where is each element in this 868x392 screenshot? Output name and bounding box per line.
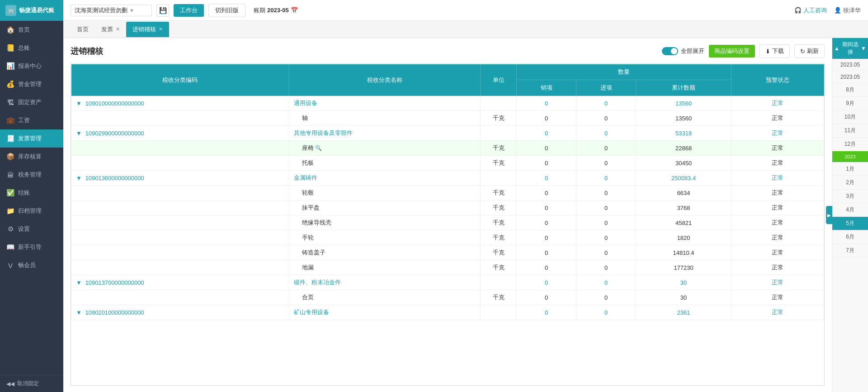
period-item[interactable]: 5月 [832, 217, 868, 230]
cell-warning: 正常 [731, 305, 824, 320]
period-item[interactable]: 7月 [832, 244, 868, 258]
tab-reconcile-close[interactable]: ✕ [159, 26, 163, 32]
sidebar-label-member: 畅会员 [18, 261, 36, 269]
sidebar-label-funds: 资金管理 [18, 80, 42, 88]
expand-icon[interactable]: ▼ [76, 130, 82, 137]
archive-icon: 📁 [6, 207, 14, 215]
period-item[interactable]: 4月 [832, 203, 868, 217]
cell-name: 金属铸件 [289, 171, 481, 186]
product-code-button[interactable]: 商品编码设置 [709, 45, 755, 57]
save-icon[interactable]: 💾 [156, 4, 169, 17]
cell-warning: 正常 [731, 260, 824, 275]
period-item[interactable]: 2023 [832, 151, 868, 163]
collapse-panel-button[interactable]: ▶ [826, 206, 832, 224]
cell-purchase: 0 [576, 201, 636, 215]
cell-code [71, 141, 289, 156]
period-item[interactable]: 11月 [832, 124, 868, 138]
period-item[interactable]: 10月 [832, 110, 868, 124]
header-total: 累计数额 [636, 80, 731, 96]
cell-unit: 千克 [481, 290, 517, 305]
sidebar-item-reports[interactable]: 📊 报表中心 [0, 57, 63, 75]
cell-purchase: 0 [576, 141, 636, 156]
expand-icon[interactable]: ▼ [76, 309, 82, 316]
toggle-control[interactable] [662, 47, 678, 55]
cell-code [71, 215, 289, 230]
cell-code: ▼ 109010000000000000 [71, 96, 289, 111]
cell-unit [481, 96, 517, 111]
expand-toggle[interactable]: 全部展开 [662, 47, 704, 55]
company-name: 沈海英测试经营勿删 [75, 6, 127, 14]
user-menu[interactable]: 👤 徐泽华 [834, 6, 861, 14]
sidebar-item-guide[interactable]: 📖 新手引导 [0, 238, 63, 256]
tab-home[interactable]: 首页 [71, 22, 95, 37]
user-icon: 👤 [834, 7, 841, 14]
tab-reconcile[interactable]: 进销稽核 ✕ [126, 22, 169, 37]
period-item[interactable]: 9月 [832, 97, 868, 110]
header-purchase: 进项 [576, 80, 636, 96]
company-selector[interactable]: 沈海英测试经营勿删 ▼ [71, 5, 152, 16]
sidebar-item-home[interactable]: 🏠 首页 [0, 21, 63, 39]
service-button[interactable]: 🎧 人工咨询 [794, 6, 827, 14]
cell-warning: 正常 [731, 275, 824, 290]
period-item[interactable]: 2月 [832, 176, 868, 190]
period-item[interactable]: 6月 [832, 230, 868, 244]
sidebar-item-salary[interactable]: 💼 工资 [0, 111, 63, 129]
period-item[interactable]: 2023.05 [832, 59, 868, 71]
period-item[interactable]: 8月 [832, 83, 868, 97]
content-area: 进销稽核 全部展开 商品编码设置 ⬇ 下载 ↻ 刷新 [63, 38, 832, 392]
period-item[interactable]: 3月 [832, 190, 868, 203]
download-button[interactable]: ⬇ 下载 [760, 44, 790, 58]
expand-icon[interactable]: ▼ [76, 279, 82, 286]
sidebar-item-inventory[interactable]: 📦 库存核算 [0, 148, 63, 166]
sidebar-item-archive[interactable]: 📁 归档管理 [0, 202, 63, 220]
sidebar-item-funds[interactable]: 💰 资金管理 [0, 75, 63, 93]
guide-icon: 📖 [6, 243, 14, 251]
company-dropdown-arrow: ▼ [129, 8, 134, 13]
cell-purchase: 0 [576, 111, 636, 126]
sidebar: 🏢 畅捷通易代账 🏠 首页 📒 总账 📊 报表中心 💰 资金管理 🏗 固定资产 … [0, 0, 63, 392]
tab-invoice-label: 发票 [101, 25, 113, 33]
cell-sales: 0 [517, 305, 576, 320]
cell-total: 6634 [636, 186, 731, 201]
panel-up-button[interactable]: ▲ [834, 45, 840, 52]
refresh-button[interactable]: ↻ 刷新 [794, 44, 825, 58]
period-item[interactable]: 2023.05 [832, 71, 868, 83]
tab-invoice[interactable]: 发票 ✕ [95, 22, 126, 37]
period-item[interactable]: 1月 [832, 163, 868, 176]
sidebar-item-member[interactable]: V 畅会员 [0, 256, 63, 274]
sidebar-item-settings[interactable]: ⚙ 设置 [0, 220, 63, 238]
calendar-icon[interactable]: 📅 [291, 7, 298, 14]
tab-invoice-close[interactable]: ✕ [116, 26, 120, 32]
sidebar-item-ledger[interactable]: 📒 总账 [0, 39, 63, 57]
panel-down-button[interactable]: ▼ [861, 45, 866, 52]
cell-name: 绝缘导线壳 [289, 215, 481, 230]
cell-total: 45821 [636, 215, 731, 230]
sidebar-item-tax[interactable]: 🏛 税务管理 [0, 166, 63, 184]
expand-icon[interactable]: ▼ [76, 175, 82, 182]
cell-total: 30450 [636, 156, 731, 171]
period-item[interactable]: 12月 [832, 138, 868, 151]
cell-sales: 0 [517, 245, 576, 260]
cell-unit [481, 171, 517, 186]
sidebar-item-checkout[interactable]: ✅ 结账 [0, 184, 63, 202]
cell-code [71, 201, 289, 215]
header-sales: 销项 [517, 80, 576, 96]
workbench-button[interactable]: 工作台 [174, 4, 204, 17]
sidebar-label-invoice: 发票管理 [18, 134, 42, 143]
sidebar-item-invoice[interactable]: 🧾 发票管理 [0, 129, 63, 148]
cell-total: 177230 [636, 260, 731, 275]
sidebar-item-assets[interactable]: 🏗 固定资产 [0, 93, 63, 111]
switch-version-button[interactable]: 切到旧版 [208, 4, 245, 17]
unpin-button[interactable]: ◀◀ 取消固定 [0, 375, 63, 392]
sidebar-label-inventory: 库存核算 [18, 153, 42, 161]
tabbar: 首页 发票 ✕ 进销稽核 ✕ [63, 21, 868, 38]
cell-total: 30 [636, 275, 731, 290]
search-icon[interactable]: 🔍 [315, 145, 322, 151]
cell-warning: 正常 [731, 201, 824, 215]
cell-warning: 正常 [731, 245, 824, 260]
panel-header: ▲ 期间选择 ▼ [832, 38, 868, 59]
expand-icon[interactable]: ▼ [76, 100, 82, 107]
cell-unit: 千克 [481, 201, 517, 215]
service-label: 人工咨询 [803, 6, 827, 14]
cell-unit: 千克 [481, 260, 517, 275]
